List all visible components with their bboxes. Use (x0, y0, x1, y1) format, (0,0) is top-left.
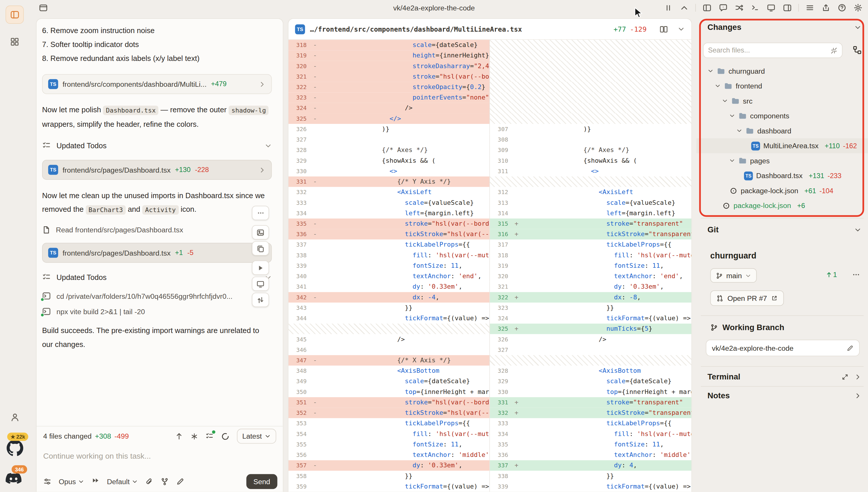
help-icon[interactable] (835, 2, 848, 14)
tree-item[interactable]: TSDashboard.tsx+131-233 (697, 168, 868, 183)
diff-new-line: 321 dy: '0.33em', (490, 282, 691, 292)
file-diff-chip[interactable]: TS frontend/src/components/dashboard/Mul… (42, 74, 272, 94)
chevron-right-icon[interactable] (854, 373, 861, 380)
code-text: dy: '0.33em', (522, 282, 664, 292)
line-number: 351 (288, 397, 309, 408)
display-icon[interactable] (765, 2, 778, 14)
message-input[interactable] (43, 451, 276, 471)
chevron-up-icon[interactable] (678, 2, 691, 14)
fork-icon[interactable] (161, 477, 169, 486)
compare-icon[interactable] (252, 293, 269, 307)
board-icon[interactable] (5, 33, 24, 51)
git-section-title[interactable]: Git (707, 225, 719, 234)
tree-item[interactable]: components (697, 108, 868, 123)
arrow-up-icon[interactable] (175, 432, 183, 440)
tree-item[interactable]: src (697, 93, 868, 108)
open-pr-button[interactable]: Open PR #7 (710, 290, 784, 306)
tree-item[interactable]: pages (697, 153, 868, 168)
send-button[interactable]: Send (246, 474, 278, 489)
version-select[interactable]: Latest (237, 429, 276, 444)
document-icon (42, 226, 50, 234)
chevron-right-icon[interactable] (854, 392, 861, 399)
chat-bubble-icon[interactable] (717, 2, 730, 14)
tree-item[interactable]: dashboard (697, 123, 868, 138)
play-icon[interactable] (252, 261, 269, 275)
diff-old-line: 341 dy: '0.33em', (288, 282, 490, 292)
diff-new-line: 330 top={innerHeight + margin.top} (490, 387, 691, 397)
notes-section-title[interactable]: Notes (707, 391, 730, 400)
expand-icon[interactable] (841, 373, 848, 380)
tree-item[interactable]: frontend (697, 79, 868, 93)
panel-left-icon[interactable] (700, 2, 713, 14)
shuffle-icon[interactable] (732, 2, 746, 14)
assistant-text: Now let me clean up the unused imports i… (42, 189, 272, 217)
pause-icon[interactable] (662, 2, 675, 14)
updated-todos-item[interactable]: Updated Todos (42, 273, 272, 282)
tree-icon[interactable] (852, 45, 862, 54)
terminal-command-item[interactable]: npx vite build 2>&1 | tail -20 (42, 307, 272, 316)
diff-marker (511, 187, 522, 198)
diff-file-path: …/frontend/src/components/dashboard/Mult… (310, 25, 522, 33)
image-icon[interactable] (252, 225, 269, 240)
more-icon[interactable] (852, 270, 861, 281)
attach-icon[interactable] (145, 477, 154, 486)
title-bar: vk/4e2a-explore-the-code (0, 0, 868, 16)
line-number: 333 (490, 418, 511, 429)
todos-icon[interactable] (205, 432, 214, 440)
diff-rows[interactable]: 318- scale={dateScale}319- height={inner… (288, 40, 691, 492)
code-text: stroke="hsl(var(--border))" (321, 71, 490, 82)
chevron-down-icon[interactable] (854, 226, 861, 233)
read-file-item[interactable]: Read frontend/src/pages/Dashboard.tsx (42, 226, 272, 234)
branch-name-input[interactable] (712, 344, 843, 352)
pencil-icon[interactable] (846, 344, 854, 351)
tree-item[interactable]: package-lock.json+6 (697, 198, 868, 213)
search-input[interactable] (708, 46, 827, 54)
tune-icon[interactable] (43, 477, 52, 486)
file-diff-chip[interactable]: TS frontend/src/pages/Dashboard.tsx +130… (42, 160, 272, 180)
line-number: 326 (288, 124, 309, 134)
workspace-icon[interactable] (5, 5, 24, 24)
monitor-icon[interactable] (252, 276, 269, 291)
fast-forward-icon[interactable] (91, 476, 100, 487)
discord-icon[interactable] (5, 472, 22, 488)
panel-right-icon[interactable] (781, 2, 794, 14)
diff-old-line: 351- stroke="hsl(var(--border))" (288, 397, 490, 408)
terminal-command-item[interactable]: cd /private/var/folders/10/h7w0q46556ggr… (42, 292, 272, 300)
updated-todos-item[interactable]: Updated Todos (42, 141, 272, 150)
tree-item[interactable]: package-lock.json+61-104 (697, 183, 868, 198)
ahead-count[interactable]: 1 (825, 270, 837, 279)
chat-transcript[interactable]: 6. Remove zoom instruction noise 7. Soft… (37, 19, 283, 426)
tree-item[interactable]: TSMultiLineArea.tsx+110-162 (697, 139, 868, 153)
model-select[interactable]: Opus (58, 477, 84, 486)
share-icon[interactable] (819, 2, 832, 14)
discord-count-badge: 346 (11, 465, 27, 474)
changes-section-title[interactable]: Changes (707, 23, 742, 32)
terminal-prompt-icon[interactable] (748, 2, 762, 14)
diff-old-line: 330 <> (288, 166, 490, 176)
diff-old-line: 338 fill: 'hsl(var(--muted-foreground))'… (288, 250, 490, 261)
line-number: 356 (288, 450, 309, 460)
collapse-icon[interactable] (830, 47, 838, 54)
gear-icon[interactable] (851, 2, 865, 14)
copy-icon[interactable] (252, 241, 269, 255)
code-text: fill: 'hsl(var(--muted-foreground))', (321, 250, 490, 261)
spark-icon[interactable] (190, 432, 198, 440)
chevron-down-icon[interactable] (678, 26, 685, 33)
more-icon[interactable] (252, 206, 269, 220)
github-icon[interactable] (7, 440, 23, 459)
code-text: scale={valueScale} (522, 198, 675, 208)
split-view-icon[interactable] (659, 25, 668, 34)
tabs-icon[interactable] (39, 3, 48, 12)
user-icon[interactable] (5, 408, 24, 426)
file-diff-chip[interactable]: TS frontend/src/pages/Dashboard.tsx +1 -… (42, 243, 272, 263)
menu-icon[interactable] (803, 2, 817, 14)
diff-summary-bar[interactable]: 4 files changed +308 -499 Latest (37, 426, 283, 446)
diff-row: 355 fontSize: 11,335 fontSize: 11, (288, 439, 691, 450)
terminal-section-title[interactable]: Terminal (707, 372, 740, 381)
branch-select[interactable]: main (710, 268, 757, 283)
mode-select[interactable]: Default (107, 477, 138, 486)
tree-item[interactable]: churnguard (697, 64, 868, 78)
pen-icon[interactable] (176, 477, 185, 486)
diff-row: 356 textAnchor: 'middle',336 textAnchor:… (288, 450, 691, 460)
chevron-down-icon[interactable] (854, 24, 861, 31)
